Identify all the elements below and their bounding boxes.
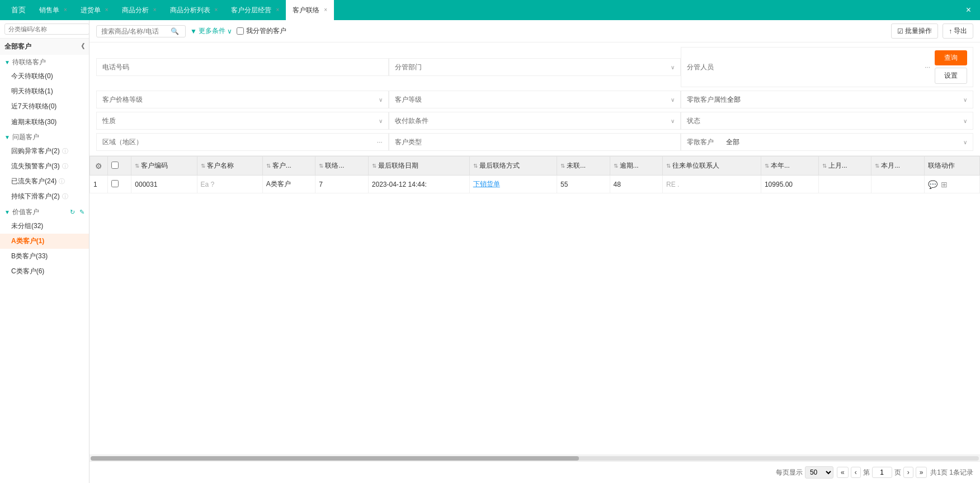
sidebar-collapse-icon[interactable]: 《 bbox=[78, 42, 84, 51]
th-last-method[interactable]: ⇅最后联络方式 bbox=[469, 157, 557, 176]
th-name[interactable]: ⇅客户名称 bbox=[197, 157, 262, 176]
nav-tab-analysis[interactable]: 商品分析 × bbox=[115, 0, 163, 20]
first-page-button[interactable]: « bbox=[837, 467, 849, 478]
total-info: 共1页 1条记录 bbox=[930, 468, 973, 477]
td-this-month bbox=[871, 176, 924, 193]
prev-page-button[interactable]: ‹ bbox=[851, 467, 861, 478]
page-navigator: « ‹ 第 页 › » bbox=[837, 467, 927, 478]
per-page-select[interactable]: 50 100 200 bbox=[805, 466, 833, 479]
more-icon-region[interactable]: ··· bbox=[377, 138, 383, 146]
th-not-contacted[interactable]: ⇅未联... bbox=[557, 157, 610, 176]
last-page-button[interactable]: » bbox=[916, 467, 927, 478]
nav-tab-sales[interactable]: 销售单 × bbox=[32, 0, 74, 20]
filter-cell-nature[interactable]: 性质 ∨ bbox=[96, 112, 389, 130]
th-action: 联络动作 bbox=[924, 157, 979, 176]
th-code[interactable]: ⇅客户编码 bbox=[131, 157, 197, 176]
scrollbar-thumb[interactable] bbox=[91, 456, 579, 461]
last-method-link[interactable]: 下销货单 bbox=[473, 180, 500, 188]
sidebar-group-problem: ▼ 问题客户 bbox=[0, 130, 89, 144]
sidebar-item-overdue[interactable]: 逾期未联络(30) bbox=[0, 115, 89, 130]
filter-cell-dept[interactable]: 分管部门 ∨ bbox=[389, 58, 681, 76]
filter-more-button[interactable]: ▼ 更多条件 ∨ bbox=[190, 26, 232, 36]
export-button[interactable]: ↑ 导出 bbox=[943, 23, 973, 39]
th-this-year[interactable]: ⇅本年... bbox=[761, 157, 818, 176]
sidebar-search-area: 🔍 bbox=[0, 20, 89, 39]
filter-cell-customer-level[interactable]: 客户等级 ∨ bbox=[389, 91, 681, 108]
global-close-button[interactable]: × bbox=[962, 5, 976, 15]
filter-label-scattered-attr: 零散客户属性 bbox=[687, 95, 727, 105]
sidebar-item-lost[interactable]: 已流失客户(24) ⓘ bbox=[0, 174, 89, 189]
select-all-checkbox[interactable] bbox=[111, 162, 119, 169]
content-area: 🔍 ▼ 更多条件 ∨ 我分管的客户 ☑ 批量操作 ↑ 导出 bbox=[89, 20, 980, 483]
filter-cell-payment[interactable]: 收付款条件 ∨ bbox=[389, 112, 681, 130]
sidebar-item-declining[interactable]: 持续下滑客户(2) ⓘ bbox=[0, 189, 89, 204]
filter-label-customer-level: 客户等级 bbox=[395, 95, 434, 105]
horizontal-scrollbar[interactable] bbox=[89, 454, 980, 461]
filter-label-customer-type: 客户类型 bbox=[395, 138, 434, 147]
sidebar-refresh-icon[interactable]: ↻ bbox=[70, 209, 75, 216]
filter-cell-status[interactable]: 状态 ∨ bbox=[681, 112, 973, 130]
filter-cell-scattered[interactable]: 零散客户 全部 ∨ bbox=[681, 133, 973, 151]
filter-value-scattered: 全部 bbox=[726, 138, 963, 147]
query-button[interactable]: 查询 bbox=[935, 50, 967, 65]
sidebar-item-c-class[interactable]: C类客户(6) bbox=[0, 264, 89, 279]
more-icon-manager[interactable]: ··· bbox=[925, 63, 930, 71]
batch-op-button[interactable]: ☑ 批量操作 bbox=[891, 23, 938, 39]
my-customers-checkbox[interactable] bbox=[237, 27, 244, 35]
setting-button[interactable]: 设置 bbox=[935, 68, 967, 84]
nav-tab-purchase[interactable]: 进货单 × bbox=[74, 0, 115, 20]
th-last-month[interactable]: ⇅上月... bbox=[818, 157, 871, 176]
nav-tab-customer-segment[interactable]: 客户分层经营 × bbox=[224, 0, 286, 20]
filter-my-customers: 我分管的客户 bbox=[237, 26, 286, 36]
tab-close-sales[interactable]: × bbox=[64, 0, 67, 20]
sidebar-item-abnormal[interactable]: 回购异常客户(2) ⓘ bbox=[0, 144, 89, 159]
sidebar: 🔍 全部客户 《 ▼ 待联络客户 今天待联络(0) 明天待联络(1) 近7天待联… bbox=[0, 20, 89, 483]
tab-close-analysis[interactable]: × bbox=[153, 0, 157, 20]
th-contact[interactable]: ⇅联络... bbox=[315, 157, 368, 176]
tab-close-customer-contact[interactable]: × bbox=[324, 0, 327, 20]
sidebar-item-7days[interactable]: 近7天待联络(0) bbox=[0, 99, 89, 114]
sidebar-item-b-class[interactable]: B类客户(33) bbox=[0, 249, 89, 264]
tab-close-purchase[interactable]: × bbox=[105, 0, 109, 20]
grid-icon[interactable]: ⊞ bbox=[941, 180, 948, 189]
filter-cell-scattered-attr[interactable]: 零散客户属性 全部 ∨ bbox=[681, 91, 973, 108]
row-checkbox[interactable] bbox=[111, 180, 119, 187]
nav-home[interactable]: 首页 bbox=[4, 5, 32, 15]
th-this-month[interactable]: ⇅本月... bbox=[871, 157, 924, 176]
sort-icon-name: ⇅ bbox=[201, 163, 205, 169]
th-settings[interactable]: ⚙ bbox=[90, 157, 108, 176]
nav-tab-analysis-list[interactable]: 商品分析列表 × bbox=[163, 0, 225, 20]
nav-tab-customer-contact[interactable]: 客户联络 × bbox=[286, 0, 334, 20]
filter-search-icon[interactable]: 🔍 bbox=[171, 27, 179, 35]
sidebar-edit-icon[interactable]: ✎ bbox=[79, 209, 84, 216]
filter-cell-price-level[interactable]: 客户价格等级 ∨ bbox=[96, 91, 389, 108]
th-last-date[interactable]: ⇅最后联络日期 bbox=[368, 157, 469, 176]
filter-cell-region: 区域（地区） ··· bbox=[96, 133, 389, 151]
filter-row-4: 区域（地区） ··· 客户类型 零散客户 全部 ∨ bbox=[96, 133, 973, 151]
th-level[interactable]: ⇅客户... bbox=[262, 157, 315, 176]
sidebar-item-tomorrow[interactable]: 明天待联络(1) bbox=[0, 84, 89, 99]
filter-cell-phone: 电话号码 bbox=[96, 58, 389, 76]
filter-search-input[interactable] bbox=[101, 27, 168, 35]
tab-close-customer-segment[interactable]: × bbox=[276, 0, 279, 20]
next-page-button[interactable]: › bbox=[903, 467, 913, 478]
td-contact: 7 bbox=[315, 176, 368, 193]
td-last-month bbox=[818, 176, 871, 193]
sort-icon-this-month: ⇅ bbox=[875, 163, 879, 169]
page-input[interactable] bbox=[872, 467, 892, 478]
info-icon-warning: ⓘ bbox=[62, 162, 68, 172]
sidebar-search-input[interactable] bbox=[4, 23, 89, 35]
sidebar-all-customers-label: 全部客户 bbox=[4, 42, 31, 51]
sidebar-item-ungroup[interactable]: 未分组(32) bbox=[0, 219, 89, 234]
sidebar-item-warning[interactable]: 流失预警客户(3) ⓘ bbox=[0, 159, 89, 174]
sort-icon-last-date: ⇅ bbox=[372, 163, 376, 169]
chevron-down-icon-price: ∨ bbox=[379, 97, 383, 103]
settings-gear-icon[interactable]: ⚙ bbox=[95, 162, 102, 171]
sidebar-item-a-class[interactable]: A类客户(1) bbox=[0, 234, 89, 249]
chat-icon[interactable]: 💬 bbox=[928, 180, 937, 189]
sort-icon-level: ⇅ bbox=[266, 163, 271, 169]
th-unit-contact[interactable]: ⇅往来单位联系人 bbox=[663, 157, 761, 176]
tab-close-analysis-list[interactable]: × bbox=[215, 0, 218, 20]
th-overdue[interactable]: ⇅逾期... bbox=[610, 157, 662, 176]
sidebar-item-today[interactable]: 今天待联络(0) bbox=[0, 69, 89, 84]
